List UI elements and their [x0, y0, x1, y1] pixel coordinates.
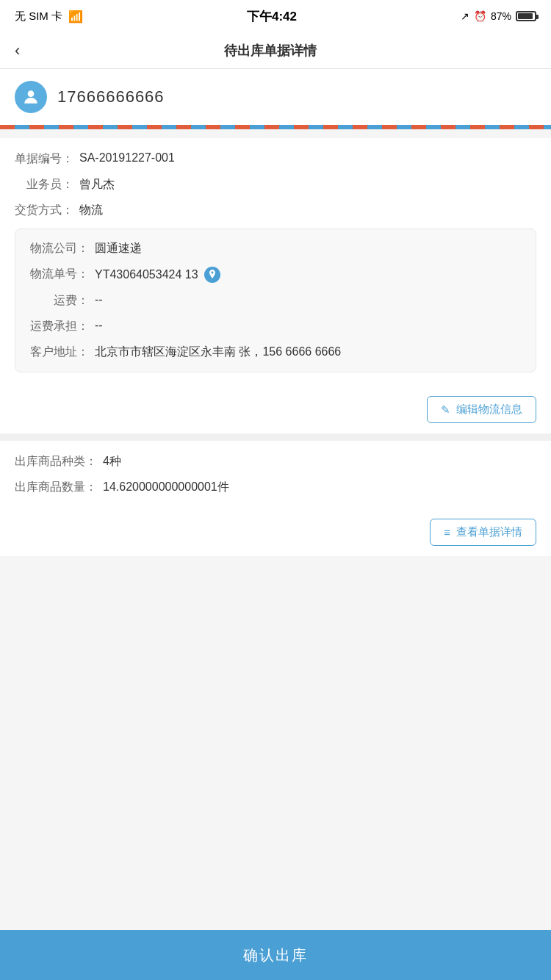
- edit-logistics-label: 编辑物流信息: [456, 403, 522, 417]
- goods-quantity-label: 出库商品数量：: [15, 480, 97, 495]
- bottom-spacer: [0, 556, 551, 703]
- avatar: [15, 81, 47, 113]
- view-detail-section: ≡ 查看单据详情: [0, 508, 551, 556]
- logistics-tracking-value: YT43064053424 13: [95, 267, 521, 283]
- battery-icon: [516, 11, 536, 21]
- nav-bar: ‹ 待出库单据详情: [0, 32, 551, 69]
- user-header: 17666666666: [0, 69, 551, 125]
- edit-logistics-button[interactable]: ✎ 编辑物流信息: [427, 396, 536, 423]
- goods-type-label: 出库商品种类：: [15, 454, 97, 469]
- pin-icon: [208, 270, 217, 280]
- status-left: 无 SIM 卡 📶: [15, 10, 83, 24]
- alarm-icon: ⏰: [474, 10, 486, 22]
- salesperson-value: 曾凡杰: [79, 177, 536, 192]
- freight-label: 运费：: [30, 293, 89, 309]
- delivery-method-row: 交货方式： 物流: [15, 203, 536, 218]
- battery-percentage: 87%: [491, 10, 511, 22]
- salesperson-label: 业务员：: [15, 177, 73, 192]
- svg-point-0: [28, 90, 35, 97]
- document-number-row: 单据编号： SA-20191227-001: [15, 151, 536, 167]
- dashed-divider: [0, 125, 551, 129]
- freight-value: --: [95, 293, 521, 306]
- user-icon: [21, 87, 40, 107]
- wifi-icon: 📶: [68, 10, 83, 24]
- edit-logistics-section: ✎ 编辑物流信息: [0, 386, 551, 433]
- carrier-text: 无 SIM 卡: [15, 10, 62, 24]
- list-icon: ≡: [444, 526, 450, 538]
- goods-type-value: 4种: [103, 454, 121, 469]
- freight-row: 运费： --: [30, 293, 521, 309]
- logistics-tracking-label: 物流单号：: [30, 267, 89, 282]
- logistics-company-value: 圆通速递: [95, 241, 521, 256]
- freight-bear-row: 运费承担： --: [30, 319, 521, 334]
- delivery-method-value: 物流: [79, 203, 536, 218]
- delivery-method-label: 交货方式：: [15, 203, 73, 218]
- user-phone: 17666666666: [57, 87, 165, 107]
- status-bar: 无 SIM 卡 📶 下午4:42 ↗ ⏰ 87%: [0, 0, 551, 32]
- edit-icon: ✎: [441, 403, 450, 417]
- view-detail-label: 查看单据详情: [456, 525, 522, 539]
- address-value: 北京市市辖区海淀区永丰南 张，156 6666 6666: [95, 345, 521, 360]
- logistics-company-label: 物流公司：: [30, 241, 89, 256]
- location-icon: ↗: [461, 10, 469, 22]
- address-label: 客户地址：: [30, 345, 89, 360]
- salesperson-row: 业务员： 曾凡杰: [15, 177, 536, 192]
- basic-info-section: 单据编号： SA-20191227-001 业务员： 曾凡杰 交货方式： 物流 …: [0, 138, 551, 386]
- freight-bear-label: 运费承担：: [30, 319, 89, 334]
- document-number-value: SA-20191227-001: [79, 151, 536, 165]
- freight-bear-value: --: [95, 319, 521, 332]
- section-divider: [0, 433, 551, 441]
- confirm-bar[interactable]: 确认出库: [0, 930, 551, 980]
- goods-quantity-row: 出库商品数量： 14.620000000000001件: [15, 480, 536, 495]
- logistics-tracking-row: 物流单号： YT43064053424 13: [30, 267, 521, 283]
- back-button[interactable]: ‹: [15, 41, 20, 60]
- confirm-button-label: 确认出库: [243, 945, 308, 965]
- document-number-label: 单据编号：: [15, 151, 73, 167]
- page-title: 待出库单据详情: [35, 42, 505, 60]
- status-right: ↗ ⏰ 87%: [461, 10, 536, 22]
- status-time: 下午4:42: [247, 8, 297, 25]
- view-detail-button[interactable]: ≡ 查看单据详情: [430, 519, 536, 546]
- goods-quantity-value: 14.620000000000001件: [103, 480, 229, 495]
- goods-section: 出库商品种类： 4种 出库商品数量： 14.620000000000001件: [0, 441, 551, 508]
- logistics-company-row: 物流公司： 圆通速递: [30, 241, 521, 256]
- address-row: 客户地址： 北京市市辖区海淀区永丰南 张，156 6666 6666: [30, 345, 521, 360]
- track-location-button[interactable]: [204, 267, 220, 283]
- goods-type-row: 出库商品种类： 4种: [15, 454, 536, 469]
- logistics-card: 物流公司： 圆通速递 物流单号： YT43064053424 13 运费： --…: [15, 228, 536, 372]
